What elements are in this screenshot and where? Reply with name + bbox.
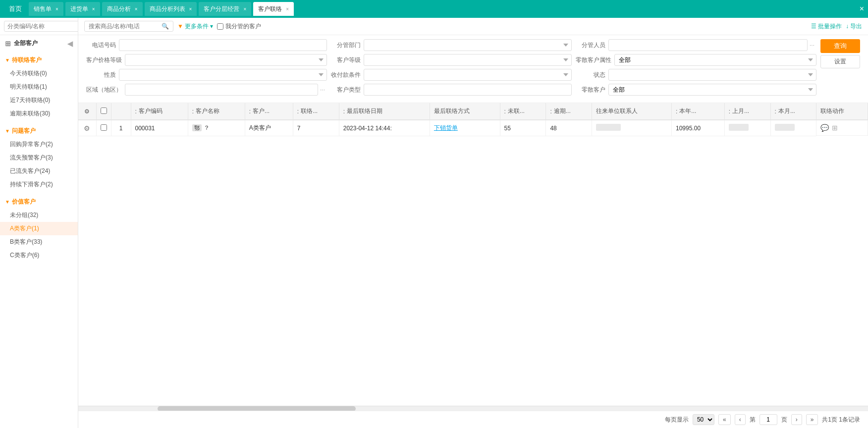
nav-tab-close-4[interactable]: ×: [243, 6, 246, 12]
region-input[interactable]: [125, 84, 318, 96]
col-uncontacted-header[interactable]: :未联...: [500, 103, 546, 120]
nav-tab-close-3[interactable]: ×: [189, 6, 192, 12]
next-page-btn[interactable]: ›: [791, 414, 802, 425]
chevron-icon: ▾: [210, 23, 213, 30]
cust-level-select[interactable]: [364, 54, 572, 66]
status-select[interactable]: [608, 69, 816, 81]
phone-input[interactable]: [119, 39, 327, 51]
col-level-header[interactable]: :客户...: [245, 103, 293, 120]
query-button[interactable]: 查询: [820, 39, 860, 53]
row-gear-0[interactable]: ⚙: [78, 120, 96, 136]
sidebar-item-0-2[interactable]: 近7天待联络(0): [0, 94, 78, 107]
gear-icon-0[interactable]: ⚙: [84, 124, 90, 132]
filter-my-customer[interactable]: 我分管的客户: [217, 22, 261, 31]
sidebar-search-input[interactable]: [4, 21, 78, 32]
filter-row-3: 性质 收付款条件 状态: [86, 69, 816, 81]
sidebar-item-2-2[interactable]: B类客户(33): [0, 235, 78, 249]
select-all-checkbox[interactable]: [101, 107, 107, 114]
horizontal-scrollbar[interactable]: [78, 406, 868, 411]
sidebar-item-1-3[interactable]: 持续下滑客户(2): [0, 178, 78, 191]
sidebar-item-1-0[interactable]: 回购异常客户(2): [0, 138, 78, 151]
batch-op-icon: ☰: [811, 23, 816, 30]
triangle-icon-0: ▼: [5, 57, 10, 63]
batch-op-btn[interactable]: ☰ 批量操作: [811, 22, 842, 31]
action-chat-icon-0[interactable]: 💬: [820, 124, 829, 132]
sidebar-section-title-2[interactable]: ▼价值客户: [0, 195, 78, 209]
cust-type-input[interactable]: [364, 84, 572, 96]
col-checkbox-header[interactable]: [96, 103, 111, 120]
col-last-date-header[interactable]: :最后联络日期: [339, 103, 430, 120]
nav-tab-5[interactable]: 客户联络×: [253, 2, 294, 16]
col-last-month-header[interactable]: :上月...: [724, 103, 770, 120]
query-btn-area: 查询 设置: [820, 39, 860, 99]
row-checkbox-0[interactable]: [96, 120, 111, 136]
sidebar-item-2-0[interactable]: 未分组(32): [0, 209, 78, 222]
row-code-0[interactable]: 000031: [131, 120, 188, 136]
footer-pagination: 每页显示 50 « ‹ 第 页 › » 共1页 1条记录: [78, 411, 868, 428]
table-header-row: ⚙ :客户编码 :客户名称 :客户... :联络... :最后联络日期 最后联络…: [78, 103, 868, 120]
action-qr-icon-0[interactable]: ⊞: [832, 124, 838, 132]
sidebar-item-1-1[interactable]: 流失预警客户(3): [0, 151, 78, 164]
filter-search-box: 🔍: [84, 21, 173, 32]
col-this-month-header[interactable]: :本月...: [770, 103, 816, 120]
region-dots[interactable]: ···: [318, 86, 327, 93]
nav-tab-4[interactable]: 客户分层经营×: [199, 2, 251, 16]
person-input[interactable]: [608, 39, 808, 51]
prev-page-btn[interactable]: ‹: [735, 414, 746, 425]
nav-tab-label-5: 客户联络: [258, 5, 282, 13]
sidebar-item-2-1[interactable]: A类客户(1): [0, 222, 78, 235]
my-customer-checkbox[interactable]: [217, 23, 223, 30]
page-input[interactable]: [760, 414, 777, 425]
dept-select[interactable]: [364, 39, 572, 51]
col-gear-header[interactable]: ⚙: [78, 103, 96, 120]
row-check-0[interactable]: [101, 124, 107, 131]
section-label-1: 问题客户: [12, 127, 36, 135]
row-name-0[interactable]: 鄂？: [188, 120, 245, 136]
setting-button[interactable]: 设置: [820, 55, 860, 68]
col-index-header: [111, 103, 131, 120]
nav-tab-2[interactable]: 商品分析×: [102, 2, 143, 16]
nav-tab-1[interactable]: 进货单×: [65, 2, 100, 16]
collapse-icon[interactable]: ◀: [67, 40, 73, 48]
filter-payment: 收付款条件: [331, 69, 572, 81]
nav-tab-close-1[interactable]: ×: [92, 6, 95, 12]
sidebar-all-customers[interactable]: ⊞ 全部客户 ◀: [0, 35, 78, 52]
filter-search-icon[interactable]: 🔍: [162, 23, 169, 30]
col-overdue-header[interactable]: :逾期...: [546, 103, 592, 120]
last-page-btn[interactable]: »: [806, 414, 818, 425]
nav-tab-0[interactable]: 销售单×: [29, 2, 63, 16]
sidebar-item-0-3[interactable]: 逾期未联络(30): [0, 107, 78, 120]
nav-tab-close-2[interactable]: ×: [135, 6, 138, 12]
col-contact-person-header[interactable]: 往来单位联系人: [592, 103, 672, 120]
first-page-btn[interactable]: «: [718, 414, 731, 425]
last-method-link-0[interactable]: 下销货单: [434, 124, 458, 131]
per-page-select[interactable]: 50: [693, 414, 714, 425]
col-year-amount-header[interactable]: :本年...: [672, 103, 725, 120]
retail-attr-select[interactable]: 全部: [614, 54, 816, 66]
sidebar-item-2-3[interactable]: C类客户(6): [0, 249, 78, 262]
close-all-button[interactable]: ×: [860, 4, 864, 13]
sidebar-item-0-0[interactable]: 今天待联络(0): [0, 67, 78, 80]
price-level-select[interactable]: [125, 54, 327, 66]
nature-select[interactable]: [119, 69, 327, 81]
payment-select[interactable]: [364, 69, 572, 81]
sidebar-section-title-1[interactable]: ▼问题客户: [0, 124, 78, 138]
nav-tab-close-0[interactable]: ×: [55, 6, 58, 12]
filter-more-btn[interactable]: ▼ 更多条件 ▾: [177, 22, 213, 31]
nav-tab-3[interactable]: 商品分析列表×: [145, 2, 197, 16]
sidebar-section-title-0[interactable]: ▼待联络客户: [0, 54, 78, 67]
export-btn[interactable]: ↓ 导出: [846, 22, 862, 31]
nav-tab-close-5[interactable]: ×: [286, 6, 289, 12]
row-last-date-0: 2023-04-12 14:44:: [339, 120, 430, 136]
row-last-method-0[interactable]: 下销货单: [430, 120, 500, 136]
filter-search-input[interactable]: [89, 23, 160, 30]
col-last-method-header[interactable]: 最后联络方式: [430, 103, 500, 120]
sidebar-item-1-2[interactable]: 已流失客户(24): [0, 164, 78, 178]
col-name-header[interactable]: :客户名称: [188, 103, 245, 120]
col-contact-count-header[interactable]: :联络...: [293, 103, 339, 120]
person-dots[interactable]: ···: [808, 42, 816, 49]
sidebar-item-0-1[interactable]: 明天待联络(1): [0, 80, 78, 94]
retail-cust-select[interactable]: 全部: [608, 84, 816, 96]
home-tab[interactable]: 首页: [4, 4, 27, 13]
col-code-header[interactable]: :客户编码: [131, 103, 188, 120]
